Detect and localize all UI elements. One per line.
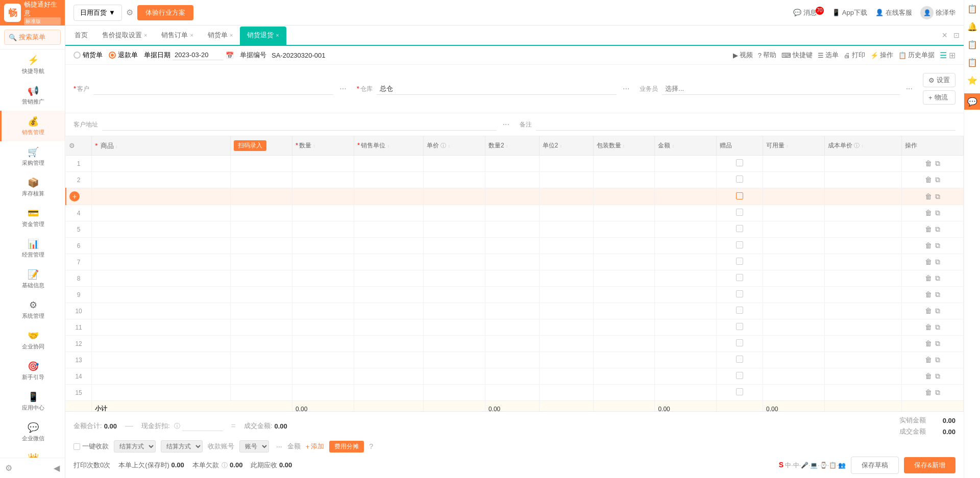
- gift-checkbox[interactable]: [736, 258, 743, 265]
- delete-row-icon[interactable]: 🗑: [925, 159, 932, 168]
- address-input[interactable]: [102, 118, 497, 131]
- delete-row-icon[interactable]: 🗑: [925, 372, 932, 381]
- gift-checkbox[interactable]: [736, 290, 743, 297]
- copy-row-icon[interactable]: ⧉: [935, 388, 940, 397]
- product-cell[interactable]: [92, 156, 231, 172]
- tab-sales-order-close[interactable]: ×: [190, 32, 193, 38]
- copy-row-icon[interactable]: ⧉: [935, 192, 940, 201]
- right-panel-icon-2[interactable]: 🔔: [967, 22, 977, 32]
- delete-row-icon[interactable]: 🗑: [925, 356, 932, 364]
- tab-price-settings[interactable]: 售价提取设置 ×: [95, 27, 154, 45]
- help-button[interactable]: ? 帮助: [758, 51, 776, 60]
- settings-button[interactable]: ⚙ 设置: [923, 73, 955, 87]
- copy-row-icon[interactable]: ⧉: [935, 356, 940, 364]
- tab-price-settings-close[interactable]: ×: [144, 32, 147, 38]
- column-settings-icon[interactable]: ⚙: [69, 142, 75, 149]
- copy-row-icon[interactable]: ⧉: [935, 323, 940, 332]
- delete-row-icon[interactable]: 🗑: [925, 290, 932, 299]
- gift-checkbox[interactable]: [736, 323, 743, 330]
- gift-checkbox[interactable]: [736, 209, 743, 216]
- industry-selector[interactable]: 日用百货 ▼: [74, 5, 122, 21]
- collapse-sidebar-icon[interactable]: ◀: [54, 463, 60, 473]
- grid-view-icon[interactable]: ⊞: [949, 51, 955, 60]
- online-service-button[interactable]: 👤 在线客服: [875, 8, 912, 17]
- shortcut-key-button[interactable]: ⌨ 快捷键: [781, 51, 813, 60]
- barcode-input-button[interactable]: 扫码录入: [234, 140, 266, 151]
- sidebar-item-operation[interactable]: 📊 经营管理: [0, 233, 65, 264]
- copy-row-icon[interactable]: ⧉: [935, 307, 940, 315]
- save-draft-button[interactable]: 保存草稿: [851, 457, 899, 474]
- right-panel-icon-5[interactable]: ⭐: [967, 76, 977, 85]
- delete-row-icon[interactable]: 🗑: [925, 241, 932, 250]
- gift-checkbox[interactable]: [736, 339, 743, 346]
- salesperson-input[interactable]: [662, 83, 899, 95]
- gift-checkbox[interactable]: [736, 159, 743, 166]
- delete-row-icon[interactable]: 🗑: [925, 307, 932, 315]
- video-help-button[interactable]: ▶ 视频: [733, 51, 753, 60]
- account-ellipsis-btn[interactable]: ···: [276, 442, 282, 450]
- add-fee-button[interactable]: + 添加: [306, 442, 325, 451]
- history-button[interactable]: 📋 历史单据: [898, 51, 935, 60]
- radio-sales-goods[interactable]: 销货单: [74, 51, 103, 60]
- sidebar-item-weixin[interactable]: 💬 企业微信: [0, 417, 65, 447]
- gift-checkbox[interactable]: [736, 241, 743, 248]
- product-input-active[interactable]: [95, 193, 227, 200]
- select-button[interactable]: ☰ 选单: [818, 51, 839, 60]
- tab-sales-order[interactable]: 销售订单 ×: [154, 27, 200, 45]
- delete-row-icon[interactable]: 🗑: [925, 209, 932, 217]
- settings-bottom-icon[interactable]: ⚙: [5, 463, 12, 473]
- customer-input[interactable]: [93, 83, 333, 95]
- delete-row-icon[interactable]: 🗑: [925, 192, 932, 201]
- right-panel-icon-3[interactable]: 📋: [967, 40, 977, 49]
- radio-sales-return[interactable]: 退款单: [109, 51, 138, 60]
- sidebar-item-purchase[interactable]: 🛒 采购管理: [0, 141, 65, 172]
- delete-row-icon[interactable]: 🗑: [925, 339, 932, 348]
- settlement-method-select[interactable]: 结算方式: [114, 440, 156, 452]
- copy-row-icon[interactable]: ⧉: [935, 372, 940, 381]
- tab-sales-goods[interactable]: 销货单 ×: [201, 27, 240, 45]
- copy-row-icon[interactable]: ⧉: [935, 209, 940, 217]
- message-button[interactable]: 💬 消息 70: [793, 8, 824, 17]
- print-button[interactable]: 🖨 打印: [844, 51, 865, 60]
- warehouse-ellipsis-btn[interactable]: ···: [623, 84, 629, 93]
- copy-row-icon[interactable]: ⧉: [935, 290, 940, 299]
- tab-home[interactable]: 首页: [67, 27, 95, 45]
- sidebar-item-cooperation[interactable]: 🤝 企业协同: [0, 325, 65, 356]
- gift-checkbox[interactable]: [736, 372, 743, 379]
- copy-row-icon[interactable]: ⧉: [935, 159, 940, 168]
- account-select[interactable]: 账号: [239, 440, 269, 452]
- copy-row-icon[interactable]: ⧉: [935, 258, 940, 266]
- app-download-button[interactable]: 📱 App下载: [832, 8, 867, 17]
- list-view-icon[interactable]: ☰: [940, 51, 947, 60]
- gift-checkbox[interactable]: [736, 225, 743, 232]
- salesperson-ellipsis-btn[interactable]: ···: [906, 84, 913, 93]
- fee-help-icon[interactable]: ?: [369, 442, 373, 450]
- sidebar-item-finance[interactable]: 💳 资金管理: [0, 203, 65, 233]
- copy-row-icon[interactable]: ⧉: [935, 225, 940, 234]
- tab-sales-return[interactable]: 销货退货 ×: [240, 27, 286, 45]
- gift-checkbox[interactable]: [736, 175, 743, 183]
- delete-row-icon[interactable]: 🗑: [925, 323, 932, 332]
- sidebar-item-member[interactable]: 👑 畅会员: [0, 447, 65, 458]
- sidebar-item-sales[interactable]: 💰 销售管理: [0, 111, 65, 141]
- user-profile[interactable]: 👤 徐泽华: [920, 6, 955, 19]
- gift-checkbox-active[interactable]: [736, 192, 743, 199]
- sidebar-item-basic[interactable]: 📝 基础信息: [0, 264, 65, 294]
- copy-row-icon[interactable]: ⧉: [935, 274, 940, 283]
- gift-checkbox[interactable]: [736, 307, 743, 314]
- copy-row-icon[interactable]: ⧉: [935, 175, 940, 184]
- customer-ellipsis-btn[interactable]: ···: [339, 84, 346, 93]
- address-ellipsis-btn[interactable]: ···: [503, 120, 509, 129]
- settings-icon[interactable]: ⚙: [126, 8, 133, 17]
- date-input[interactable]: [173, 50, 224, 60]
- operation-button[interactable]: ⚡ 操作: [870, 51, 893, 60]
- sidebar-item-marketing[interactable]: 📢 营销推广: [0, 80, 65, 111]
- gift-checkbox[interactable]: [736, 274, 743, 281]
- calculation-method-select[interactable]: 结算方式: [161, 440, 203, 452]
- sidebar-item-appstore[interactable]: 📱 应用中心: [0, 386, 65, 417]
- delete-row-icon[interactable]: 🗑: [925, 175, 932, 184]
- copy-row-icon[interactable]: ⧉: [935, 241, 940, 250]
- remarks-input[interactable]: [536, 118, 955, 131]
- search-menu-button[interactable]: 🔍 搜索菜单: [4, 30, 61, 45]
- one-click-pay-option[interactable]: 一键收款: [74, 442, 109, 451]
